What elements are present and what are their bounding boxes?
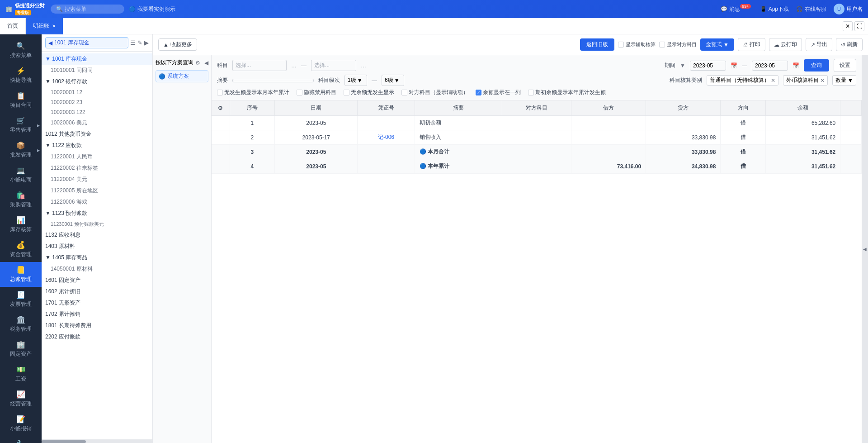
- query-btn[interactable]: 查询: [804, 59, 829, 71]
- period-end[interactable]: 2023-05: [752, 61, 788, 71]
- cb-balance-col[interactable]: ✓ 余额显示在一列: [476, 89, 521, 96]
- tab-close-icon[interactable]: ✕: [52, 24, 56, 29]
- tree-item-1132[interactable]: 1132 应收利息: [42, 229, 152, 241]
- tree-item-11220006[interactable]: 11220006 游戏: [42, 196, 152, 208]
- refresh-btn[interactable]: ↺ 刷新: [836, 38, 863, 51]
- tree-item-11220005[interactable]: 11220005 所在地区: [42, 185, 152, 196]
- tab-ledger[interactable]: 明细账 ✕: [26, 18, 63, 34]
- summary-input[interactable]: [232, 79, 314, 82]
- tree-item-1702[interactable]: 1702 累计摊销: [42, 309, 152, 320]
- tree-item-1403[interactable]: 1403 原材料: [42, 241, 152, 252]
- sidebar-item-fund[interactable]: 💰 资金管理: [0, 237, 42, 262]
- sidebar-item-tax[interactable]: 🏛️ 税务管理: [0, 312, 42, 337]
- cell-voucher-2[interactable]: 记-006: [358, 130, 415, 145]
- tree-item-10020001[interactable]: 10020001 12: [42, 87, 152, 97]
- settings-small-icon[interactable]: ⚙: [195, 60, 200, 66]
- sidebar-item-salary[interactable]: 💵 工资: [0, 362, 42, 386]
- tree-item-1801[interactable]: 1801 长期待摊费用: [42, 320, 152, 331]
- cloud-print-btn[interactable]: ☁ 云打印: [769, 38, 802, 51]
- sidebar-item-retail[interactable]: 🛒 零售管理 ▶: [0, 113, 42, 138]
- cell-gear-4[interactable]: [212, 159, 230, 174]
- tab-home[interactable]: 首页: [0, 18, 26, 34]
- tree-item-1012[interactable]: 1012 其他货币资金: [42, 129, 152, 140]
- sidebar-item-quick[interactable]: ⚡ 快捷导航: [0, 63, 42, 88]
- tree-item-14050001[interactable]: 14050001 原材料: [42, 263, 152, 275]
- right-collapse[interactable]: ◀: [862, 55, 868, 443]
- tree-item-10020002[interactable]: 10020002 23: [42, 97, 152, 107]
- dash3: —: [372, 77, 377, 84]
- sidebar-item-project[interactable]: 📋 项目合同: [0, 88, 42, 113]
- sidebar-item-purchase[interactable]: 🛍️ 采购管理: [0, 187, 42, 212]
- tree-item-11230001[interactable]: 11230001 预付账款美元: [42, 219, 152, 229]
- calendar-icon[interactable]: 📅: [731, 62, 737, 69]
- collapse-btn[interactable]: ▲ 收起更多: [158, 38, 197, 51]
- sidebar-item-fixed[interactable]: 🏢 固定资产: [0, 337, 42, 362]
- tree-item-2202[interactable]: 2202 应付账款: [42, 331, 152, 343]
- sidebar-item-ops[interactable]: 📈 经营管理: [0, 386, 42, 411]
- cb-period-balance[interactable]: 期初余额显示本年累计发生额: [528, 89, 606, 96]
- tree-item-11220002[interactable]: 11220002 往来标签: [42, 162, 152, 174]
- sidebar-item-ledger[interactable]: 📒 总账管理: [0, 262, 42, 287]
- tree-item-1601[interactable]: 1601 固定资产: [42, 275, 152, 286]
- cb-no-balance[interactable]: 无余额无发生显示: [344, 89, 394, 96]
- user-info[interactable]: U 用户名: [834, 4, 863, 14]
- subject-input-2[interactable]: 选择...: [311, 60, 356, 71]
- tree-item-10010001[interactable]: 10010001 同同同: [42, 65, 152, 76]
- tree-item-10020003[interactable]: 10020003 122: [42, 107, 152, 117]
- tag-close-1[interactable]: ✕: [771, 77, 775, 84]
- sidebar-item-basic[interactable]: 🔧 基础信息: [0, 436, 42, 443]
- tree-item-1001[interactable]: ▼ 1001 库存现金: [42, 53, 152, 65]
- calendar-icon2[interactable]: 📅: [793, 62, 799, 69]
- sidebar-item-wholesale[interactable]: 📦 批发管理 ▶: [0, 138, 42, 162]
- tree-item-1701[interactable]: 1701 无形资产: [42, 297, 152, 309]
- cell-gear-1[interactable]: [212, 116, 230, 130]
- show-aux-checkbox[interactable]: 显示辅助核算: [618, 41, 656, 48]
- show-contra-checkbox[interactable]: 显示对方科目: [659, 41, 697, 48]
- tree-item-11220004[interactable]: 11220004 美元: [42, 174, 152, 185]
- edit-icon[interactable]: ✎: [137, 39, 142, 46]
- top-search[interactable]: 🔍: [51, 5, 124, 14]
- sidebar-item-invoice[interactable]: 🧾 发票管理: [0, 287, 42, 312]
- cb-show-contra[interactable]: 对方科目（显示辅助项）: [401, 89, 468, 96]
- tree-item-1122[interactable]: ▼ 1122 应收款: [42, 140, 152, 151]
- tree-item-1123[interactable]: ▼ 1123 预付账款: [42, 208, 152, 219]
- app-download-action[interactable]: 📱 App下载: [760, 5, 789, 13]
- search-input[interactable]: [65, 6, 119, 12]
- selected-account[interactable]: ◀ 1001 库存现金: [45, 37, 128, 48]
- tab-expand-btn[interactable]: ⛶: [854, 21, 864, 31]
- online-service-action[interactable]: 🎧 在线客服: [796, 5, 826, 13]
- sidebar-item-inventory[interactable]: 📊 库存核算: [0, 212, 42, 237]
- cb-hide-disabled[interactable]: 隐藏禁用科目: [297, 89, 336, 96]
- cell-gear-2[interactable]: [212, 130, 230, 145]
- tree-item-1002[interactable]: ▼ 1002 银行存款: [42, 76, 152, 87]
- sidebar-item-report[interactable]: 📝 小畅报销: [0, 411, 42, 436]
- cb-no-occur[interactable]: 无发生额显示本月本年累计: [217, 89, 289, 96]
- col-gear[interactable]: ⚙: [212, 100, 230, 116]
- tree-item-1405[interactable]: ▼ 1405 库存商品: [42, 252, 152, 263]
- period-start[interactable]: 2023-05: [690, 61, 726, 71]
- sidebar-item-search[interactable]: 🔍 搜索菜单: [0, 38, 42, 63]
- system-scheme[interactable]: 🔵 系统方案: [156, 70, 208, 82]
- scroll-bar[interactable]: [42, 439, 152, 443]
- export-btn[interactable]: ↗ 导出: [806, 38, 832, 51]
- tag-close-2[interactable]: ✕: [820, 77, 825, 84]
- level-to-select[interactable]: 6级 ▼: [382, 75, 404, 86]
- demo-link[interactable]: 🔵 我要看实例演示: [129, 5, 175, 13]
- print-btn[interactable]: 🖨 打印: [738, 38, 765, 51]
- cell-gear-3[interactable]: [212, 145, 230, 159]
- level-from-select[interactable]: 1级 ▼: [344, 75, 367, 86]
- message-action[interactable]: 💬 消息 99+: [721, 5, 752, 13]
- tree-item-1602[interactable]: 1602 累计折旧: [42, 286, 152, 297]
- subject-input[interactable]: 选择...: [232, 60, 287, 71]
- voucher-link[interactable]: 记-006: [378, 134, 394, 140]
- nav-arrow-icon[interactable]: ▶: [144, 39, 149, 46]
- return-old-btn[interactable]: 返回旧版: [580, 38, 614, 51]
- tree-item-11220001[interactable]: 11220001 人民币: [42, 151, 152, 162]
- tab-close-btn[interactable]: ✕: [843, 21, 853, 31]
- list-icon[interactable]: ☰: [130, 39, 136, 46]
- setting-btn[interactable]: 设置: [834, 59, 856, 72]
- sidebar-item-ecom[interactable]: 💻 小畅电商: [0, 162, 42, 187]
- tree-item-10020006[interactable]: 10020006 美元: [42, 117, 152, 129]
- collapse-left-icon[interactable]: ◀: [204, 60, 208, 66]
- style-btn[interactable]: 金额式 ▼: [700, 38, 734, 51]
